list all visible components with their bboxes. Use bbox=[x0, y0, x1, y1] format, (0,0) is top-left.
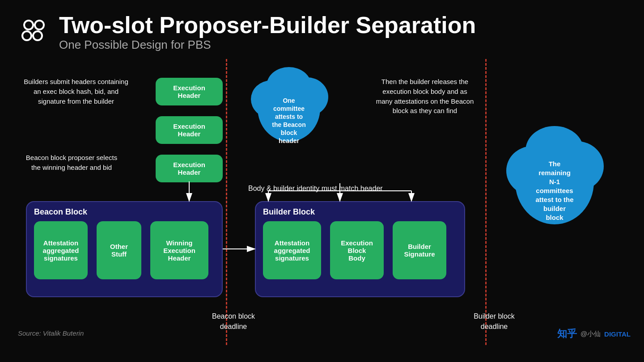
svg-text:the Beacon: the Beacon bbox=[272, 121, 305, 128]
source-label: Source: Vitalik Buterin bbox=[18, 329, 84, 337]
beacon-block-inner: Attestation aggregated signatures Other … bbox=[34, 221, 215, 279]
svg-text:attests to: attests to bbox=[275, 113, 303, 120]
svg-text:builder: builder bbox=[543, 205, 566, 212]
execution-header-1: Execution Header bbox=[156, 78, 223, 105]
svg-point-17 bbox=[525, 126, 584, 175]
winning-execution-header-box: Winning Execution Header bbox=[150, 221, 208, 279]
watermark-zhihu: 知乎 bbox=[557, 327, 577, 341]
sub-title: One Possible Design for PBS bbox=[59, 38, 476, 52]
builders-submit-text: Builders submit headers containing an ex… bbox=[22, 77, 130, 106]
beacon-attestation-box: Attestation aggregated signatures bbox=[34, 221, 88, 279]
builder-attestation-box: Attestation aggregated signatures bbox=[263, 221, 321, 279]
beacon-other-stuff-box: Other Stuff bbox=[97, 221, 141, 279]
one-committee-cloud: One committee attests to the Beacon bloc… bbox=[249, 63, 329, 151]
builder-block: Builder Block Attestation aggregated sig… bbox=[255, 201, 465, 297]
dashed-line-1 bbox=[226, 59, 227, 345]
svg-text:block: block bbox=[281, 129, 297, 136]
svg-text:attest to the: attest to the bbox=[535, 196, 573, 203]
svg-text:N-1: N-1 bbox=[549, 178, 560, 185]
body-builder-identity-text: Body & builder identity must match heade… bbox=[248, 183, 463, 194]
beacon-proposer-text: Beacon block proposer selects the winnin… bbox=[22, 153, 121, 173]
svg-text:block: block bbox=[546, 214, 564, 221]
then-builder-text: Then the builder releases the execution … bbox=[376, 77, 474, 116]
beacon-block: Beacon Block Attestation aggregated sign… bbox=[26, 201, 223, 297]
svg-text:header: header bbox=[279, 137, 299, 144]
diagram: Builders submit headers containing an ex… bbox=[0, 59, 644, 345]
beacon-block-title: Beacon Block bbox=[34, 207, 215, 217]
builder-deadline-label: Builder block deadline bbox=[465, 311, 523, 332]
svg-point-1 bbox=[35, 21, 44, 29]
execution-header-3: Execution Header bbox=[156, 155, 223, 182]
execution-header-2: Execution Header bbox=[156, 116, 223, 144]
watermark-at: @小仙 bbox=[580, 330, 601, 338]
builder-block-inner: Attestation aggregated signatures Execut… bbox=[263, 221, 457, 279]
svg-point-0 bbox=[24, 21, 33, 29]
remaining-committees-cloud: The remaining N-1 committees attest to t… bbox=[505, 122, 604, 238]
execution-block-body-box: Execution Block Body bbox=[330, 221, 384, 279]
builder-block-title: Builder Block bbox=[263, 207, 457, 217]
svg-text:The: The bbox=[549, 160, 561, 168]
beacon-deadline-label: Beacon block deadline bbox=[207, 311, 260, 332]
page-header: Two-slot Proposer-Builder Separation One… bbox=[0, 0, 644, 59]
logo-icon bbox=[18, 16, 50, 48]
watermark: 知乎 @小仙 DIGITAL bbox=[557, 327, 631, 341]
header-text: Two-slot Proposer-Builder Separation One… bbox=[59, 13, 476, 52]
svg-text:committee: committee bbox=[273, 105, 305, 112]
dashed-line-2 bbox=[485, 59, 487, 345]
svg-text:One: One bbox=[283, 97, 295, 104]
svg-point-3 bbox=[33, 31, 42, 40]
main-title: Two-slot Proposer-Builder Separation bbox=[59, 13, 476, 38]
builder-signature-box: Builder Signature bbox=[393, 221, 446, 279]
svg-text:committees: committees bbox=[536, 187, 573, 194]
svg-text:remaining: remaining bbox=[538, 169, 571, 177]
watermark-digital: DIGITAL bbox=[604, 330, 631, 338]
svg-point-2 bbox=[22, 31, 31, 40]
